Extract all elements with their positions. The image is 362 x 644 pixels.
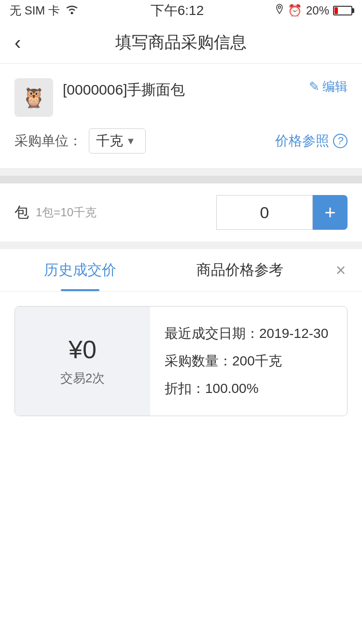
price-card-right: 最近成交日期：2019-12-30 采购数量：200千克 折扣：100.00%: [150, 307, 347, 416]
page-title: 填写商品采购信息: [115, 31, 247, 54]
tab-active-indicator: [61, 289, 99, 291]
edit-icon: ✎: [309, 79, 320, 94]
tab-product-price-ref[interactable]: 商品价格参考: [160, 249, 320, 291]
purchase-qty-row: 采购数量：200千克: [165, 351, 333, 370]
price-ref-label: 价格参照: [275, 132, 329, 150]
status-left: 无 SIM 卡: [10, 3, 79, 18]
svg-point-0: [71, 12, 73, 14]
product-section: 🦉 [0000006]手撕面包 ✎ 编辑 采购单位： 千克 ▼ 价格参照 ?: [0, 64, 362, 168]
sim-text: 无 SIM 卡: [10, 3, 60, 18]
purchase-qty-label: 采购数量：: [165, 353, 232, 368]
svg-point-1: [278, 6, 280, 9]
purchase-qty-value: 200千克: [232, 353, 282, 368]
quantity-input[interactable]: 0: [216, 195, 313, 230]
plus-icon: +: [324, 202, 335, 224]
tab-header: 历史成交价 商品价格参考 ×: [0, 249, 362, 292]
history-price-content: ¥0 交易2次 最近成交日期：2019-12-30 采购数量：200千克 折扣：…: [0, 292, 362, 431]
tab-close-button[interactable]: ×: [320, 249, 362, 292]
price-ref-help-icon: ?: [333, 134, 348, 148]
product-name: [0000006]手撕面包: [63, 78, 185, 100]
alarm-icon: ⏰: [288, 4, 302, 17]
close-icon: ×: [335, 260, 346, 280]
quantity-value: 0: [260, 203, 269, 222]
quantity-plus-button[interactable]: +: [313, 195, 348, 230]
product-logo-icon: 🦉: [22, 86, 46, 109]
trade-count: 交易2次: [60, 370, 105, 387]
recent-date-row: 最近成交日期：2019-12-30: [165, 324, 333, 343]
quantity-section: 包 1包=10千克 0 +: [0, 183, 362, 241]
quantity-conversion-text: 1包=10千克: [36, 205, 97, 220]
recent-date-value: 2019-12-30: [259, 326, 328, 341]
quantity-unit-badge: 包: [14, 203, 29, 223]
unit-selector[interactable]: 千克 ▼: [89, 128, 146, 154]
product-thumbnail: 🦉: [14, 78, 53, 117]
unit-dropdown-icon: ▼: [126, 136, 136, 147]
discount-row: 折扣：100.00%: [165, 379, 333, 398]
purchase-unit-label: 采购单位：: [14, 132, 82, 150]
bottom-area: [0, 431, 362, 644]
purchase-unit-row: 采购单位： 千克 ▼ 价格参照 ?: [14, 128, 348, 154]
price-ref-button[interactable]: 价格参照 ?: [275, 132, 348, 150]
tab-history-price[interactable]: 历史成交价: [0, 249, 160, 291]
unit-value: 千克: [96, 132, 123, 150]
quantity-label-group: 包 1包=10千克: [14, 203, 97, 223]
price-card-left: ¥0 交易2次: [15, 307, 150, 416]
status-time: 下午6:12: [151, 1, 204, 20]
amount-value: 0: [83, 336, 97, 364]
quantity-controls: 0 +: [216, 195, 348, 230]
location-icon: [275, 4, 284, 17]
product-header: 🦉 [0000006]手撕面包 ✎ 编辑: [14, 78, 348, 117]
status-bar: 无 SIM 卡 下午6:12 ⏰ 20%: [0, 0, 362, 21]
battery-percent: 20%: [306, 4, 329, 17]
tab-product-price-ref-label: 商品价格参考: [196, 260, 283, 280]
tab-panel: 历史成交价 商品价格参考 × ¥0 交易2次 最近成交日期：2019-12-30: [0, 249, 362, 431]
back-button[interactable]: ‹: [14, 33, 21, 52]
discount-value: 100.00%: [205, 381, 259, 396]
edit-label: 编辑: [322, 78, 348, 95]
unit-left: 采购单位： 千克 ▼: [14, 128, 146, 154]
section-divider: [0, 176, 362, 183]
price-amount: ¥0: [69, 335, 97, 364]
battery-icon: [333, 6, 352, 15]
currency-symbol: ¥: [69, 336, 83, 364]
recent-date-label: 最近成交日期：: [165, 326, 259, 341]
tab-history-price-label: 历史成交价: [44, 260, 116, 280]
edit-button[interactable]: ✎ 编辑: [309, 78, 348, 95]
discount-label: 折扣：: [165, 381, 205, 396]
price-card: ¥0 交易2次 最近成交日期：2019-12-30 采购数量：200千克 折扣：…: [14, 306, 348, 416]
product-left: 🦉 [0000006]手撕面包: [14, 78, 185, 117]
nav-bar: ‹ 填写商品采购信息: [0, 21, 362, 64]
wifi-icon: [65, 4, 79, 17]
status-right: ⏰ 20%: [275, 4, 352, 17]
